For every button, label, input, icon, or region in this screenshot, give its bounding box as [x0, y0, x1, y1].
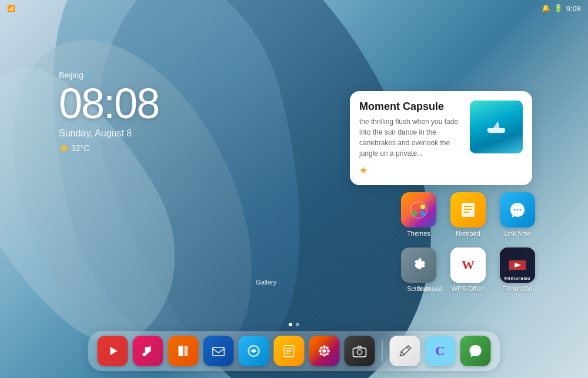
- app-label-settings: Settings: [407, 285, 430, 292]
- dock-canva-icon[interactable]: C: [425, 336, 456, 366]
- dock-photos-icon[interactable]: [309, 336, 340, 366]
- svg-point-33: [358, 350, 362, 354]
- app-filmorego[interactable]: FilmoraGoFilmoraGo: [494, 243, 541, 296]
- city-label: Beijing: [59, 71, 83, 80]
- canva-letter: C: [436, 343, 445, 359]
- svg-point-25: [323, 354, 326, 357]
- svg-point-11: [520, 209, 522, 211]
- signal-icon: 📶: [7, 5, 15, 12]
- app-icon-notepad: [450, 192, 486, 228]
- app-notepad[interactable]: Notepad: [445, 188, 492, 241]
- svg-point-23: [323, 349, 326, 353]
- clock-city: Beijing: [59, 71, 159, 80]
- svg-point-31: [326, 353, 329, 356]
- app-label-wps: WPS Office: [452, 285, 485, 292]
- boat-icon: [487, 128, 505, 133]
- svg-rect-15: [179, 346, 183, 356]
- clock-widget: Beijing 08:08 Sunday, August 8 ☀️ 32°C: [59, 71, 159, 153]
- svg-point-2: [420, 205, 425, 209]
- status-bar: 📶 🔔 🔋 9:08: [0, 0, 588, 16]
- battery-icon: 🔋: [554, 4, 563, 12]
- status-right: 🔔 🔋 9:08: [542, 4, 581, 13]
- svg-point-0: [410, 202, 427, 218]
- svg-point-30: [320, 353, 323, 356]
- gallery-widget-container: My favorites Gallery: [215, 194, 318, 286]
- notepad-content: Moment Capsule the thrilling flush when …: [359, 101, 463, 176]
- app-themes[interactable]: Themes: [395, 188, 442, 241]
- app-label-filmorego: FilmoraGo: [502, 285, 532, 292]
- temperature: 32°C: [71, 143, 89, 153]
- app-icon-themes: [401, 192, 436, 228]
- notepad-text: the thrilling flush when you fade into t…: [359, 116, 463, 159]
- clock-weather: ☀️ 32°C: [59, 143, 159, 153]
- svg-point-24: [323, 346, 326, 349]
- svg-point-1: [412, 205, 417, 209]
- notepad-thumbnail: [470, 101, 523, 153]
- svg-marker-14: [111, 347, 118, 355]
- app-label-notepad: Notepad: [456, 230, 480, 237]
- notepad-widget[interactable]: Moment Capsule the thrilling flush when …: [350, 91, 532, 185]
- notepad-title: Moment Capsule: [359, 101, 463, 113]
- svg-point-26: [319, 350, 322, 353]
- svg-point-10: [517, 209, 519, 211]
- svg-point-9: [514, 209, 516, 211]
- app-settings[interactable]: Settings: [395, 243, 442, 296]
- dock-music-icon[interactable]: [133, 336, 163, 366]
- weather-icon: ☀️: [59, 143, 69, 153]
- dock-main-section: [98, 336, 375, 366]
- clock-date: Sunday, August 8: [59, 128, 159, 139]
- app-wps[interactable]: WWPS Office: [445, 243, 492, 296]
- app-icon-settings: [401, 247, 436, 283]
- app-grid: ThemesNotepadLink NowSettingsWWPS Office…: [395, 188, 541, 296]
- svg-point-27: [327, 350, 330, 353]
- dock-pencil-icon[interactable]: [390, 336, 420, 366]
- app-label-linknow: Link Now: [504, 230, 530, 237]
- dock-camera-icon[interactable]: [345, 336, 375, 366]
- svg-point-4: [420, 211, 425, 216]
- app-icon-wps: W: [450, 247, 486, 283]
- svg-point-28: [320, 347, 323, 350]
- dock-notes-icon[interactable]: [274, 336, 305, 366]
- status-time: 9:08: [566, 4, 581, 13]
- page-dot-2: [296, 323, 299, 326]
- svg-rect-16: [185, 346, 188, 356]
- dock: C: [88, 331, 500, 371]
- app-icon-filmorego: FilmoraGo: [500, 247, 535, 283]
- svg-point-29: [326, 347, 329, 350]
- app-label-themes: Themes: [407, 230, 430, 237]
- app-linknow[interactable]: Link Now: [494, 188, 541, 241]
- page-indicator: [289, 323, 299, 326]
- svg-rect-17: [213, 347, 225, 356]
- dock-books-icon[interactable]: [168, 336, 199, 366]
- svg-line-34: [407, 347, 409, 349]
- notepad-image-container: [470, 101, 523, 176]
- notepad-star-icon: ★: [359, 165, 463, 176]
- gallery-app-label: Gallery: [215, 279, 318, 286]
- page-dot-1: [289, 323, 292, 326]
- svg-point-3: [412, 211, 417, 216]
- dock-video-icon[interactable]: [98, 336, 128, 366]
- dock-pinned-section: C: [390, 336, 491, 366]
- dock-mail-icon[interactable]: [203, 336, 234, 366]
- app-icon-linknow: [500, 192, 535, 228]
- status-left: 📶: [7, 5, 15, 12]
- dock-divider: [382, 339, 383, 363]
- clock-time: 08:08: [59, 82, 159, 125]
- wifi-icon: 🔔: [542, 4, 550, 12]
- dock-appstore-icon[interactable]: [239, 336, 269, 366]
- dock-messages-icon[interactable]: [460, 336, 491, 366]
- city-dot: [86, 73, 89, 77]
